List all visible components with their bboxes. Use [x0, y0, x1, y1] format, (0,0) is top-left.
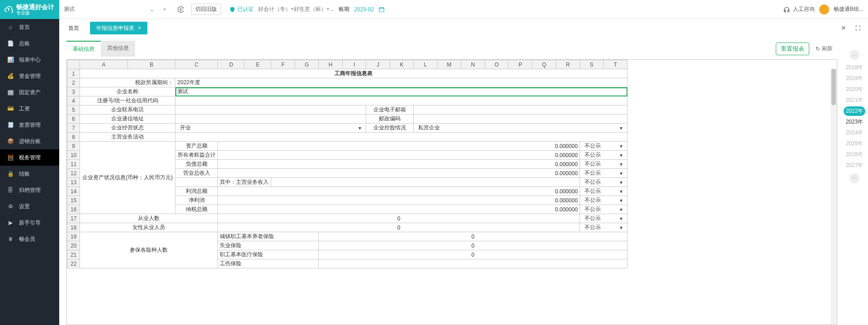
- year-2019年[interactable]: 2019年: [844, 74, 865, 83]
- spreadsheet[interactable]: ABCDEFGHIJKLMNOPQRST1工商年报信息表2税款所属期间：2022…: [66, 59, 837, 325]
- female-value[interactable]: 0: [218, 223, 580, 232]
- close-icon[interactable]: ×: [138, 25, 141, 31]
- col-header[interactable]: J: [366, 60, 390, 69]
- row-header[interactable]: 9: [67, 142, 80, 151]
- sidebar-item-8[interactable]: 🧮税务管理: [0, 149, 59, 166]
- year-down-button[interactable]: ﹀: [849, 173, 859, 183]
- status-select[interactable]: 开业▾: [175, 124, 366, 133]
- col-header[interactable]: M: [437, 60, 461, 69]
- tab-annual-report[interactable]: 年报信息申报表 ×: [90, 22, 147, 34]
- sidebar-item-2[interactable]: 📊报表中心: [0, 52, 59, 68]
- year-2022年[interactable]: 2022年: [844, 106, 865, 116]
- dropdown[interactable]: 不公示▾: [582, 178, 625, 186]
- dropdown[interactable]: 不公示▾: [582, 142, 625, 150]
- col-header[interactable]: H: [319, 60, 343, 69]
- dropdown[interactable]: 不公示▾: [582, 151, 625, 159]
- subtab-basic[interactable]: 基础信息: [66, 41, 101, 57]
- sidebar-item-1[interactable]: 📄总账: [0, 35, 59, 52]
- phone-input[interactable]: [175, 105, 366, 115]
- row-header[interactable]: 4: [67, 96, 80, 105]
- row-header[interactable]: 3: [67, 87, 80, 96]
- row-header[interactable]: 11: [67, 160, 80, 169]
- ins-value[interactable]: 0: [319, 241, 627, 250]
- ins-value[interactable]: 0: [319, 232, 627, 241]
- reset-button[interactable]: 重置报表: [776, 43, 809, 55]
- sidebar-item-10[interactable]: 🗄归档管理: [0, 182, 59, 198]
- dropdown[interactable]: 不公示▾: [582, 169, 625, 177]
- regno-input[interactable]: [175, 96, 627, 105]
- row-header[interactable]: 13: [67, 178, 80, 187]
- row-header[interactable]: 21: [67, 250, 80, 259]
- dropdown[interactable]: 不公示▾: [582, 187, 625, 195]
- company-input[interactable]: 测试: [175, 87, 627, 96]
- dropdown[interactable]: 不公示▾: [582, 196, 625, 204]
- ins-value[interactable]: 0: [319, 250, 627, 259]
- col-header[interactable]: O: [485, 60, 509, 69]
- period-value[interactable]: 2022年度: [175, 78, 627, 87]
- sidebar-item-4[interactable]: 🏢固定资产: [0, 84, 59, 100]
- row-header[interactable]: 15: [67, 196, 80, 205]
- year-2023年[interactable]: 2023年: [844, 117, 865, 127]
- row-header[interactable]: 10: [67, 151, 80, 160]
- metric-value[interactable]: 0.000000: [218, 196, 580, 205]
- row-header[interactable]: 18: [67, 223, 80, 232]
- customer-service[interactable]: 人工咨询: [783, 5, 815, 13]
- sidebar-item-9[interactable]: 🔒结账: [0, 166, 59, 182]
- ins-value[interactable]: [319, 259, 627, 268]
- close-all-button[interactable]: ×: [838, 23, 849, 33]
- col-header[interactable]: Q: [532, 60, 556, 69]
- username[interactable]: 畅捷通B组...: [834, 5, 863, 13]
- sidebar-item-3[interactable]: 💰资金管理: [0, 68, 59, 84]
- metric-value[interactable]: 0.000000: [218, 160, 580, 169]
- brand-logo[interactable]: 畅捷通好会计 专业版: [0, 0, 59, 19]
- disclosure-select[interactable]: 不公示▾: [580, 223, 627, 232]
- col-header[interactable]: D: [218, 60, 245, 69]
- year-2026年[interactable]: 2026年: [844, 150, 865, 159]
- disclosure-select[interactable]: 不公示▾: [580, 205, 627, 214]
- col-header[interactable]: F: [271, 60, 295, 69]
- refresh-button[interactable]: ↻ 刷新: [816, 45, 833, 53]
- row-header[interactable]: 1: [67, 69, 80, 78]
- zip-input[interactable]: [414, 115, 627, 124]
- sidebar-item-5[interactable]: 💳工资: [0, 100, 59, 117]
- switch-old-button[interactable]: 切回旧版: [191, 4, 221, 15]
- dropdown[interactable]: 不公示▾: [582, 206, 625, 213]
- row-header[interactable]: 16: [67, 205, 80, 214]
- dropdown[interactable]: 不公示▾: [582, 224, 625, 231]
- sidebar-item-0[interactable]: ⌂首页: [0, 19, 59, 35]
- disclosure-select[interactable]: 不公示▾: [580, 169, 627, 178]
- col-header[interactable]: T: [604, 60, 627, 69]
- avatar[interactable]: [819, 5, 829, 14]
- col-header[interactable]: S: [580, 60, 604, 69]
- year-2024年[interactable]: 2024年: [844, 128, 865, 138]
- period-value[interactable]: 2023-02: [354, 6, 374, 13]
- col-header[interactable]: L: [414, 60, 438, 69]
- col-header[interactable]: R: [556, 60, 580, 69]
- sidebar-item-13[interactable]: ♛畅会员: [0, 231, 59, 247]
- scrollbar-vertical[interactable]: [830, 69, 837, 325]
- year-2021年[interactable]: 2021年: [844, 96, 865, 105]
- sidebar-item-6[interactable]: 🧾发票管理: [0, 117, 59, 133]
- col-header[interactable]: N: [461, 60, 485, 69]
- calendar-icon[interactable]: [378, 6, 385, 13]
- scrollbar-thumb[interactable]: [831, 69, 836, 105]
- col-header[interactable]: K: [390, 60, 414, 69]
- company-selector[interactable]: 测试 ⌄: [64, 3, 154, 16]
- col-header[interactable]: B: [127, 60, 175, 69]
- row-header[interactable]: 17: [67, 214, 80, 223]
- dropdown[interactable]: 不公示▾: [582, 160, 625, 168]
- fullscreen-icon[interactable]: [853, 23, 863, 33]
- col-header[interactable]: P: [509, 60, 533, 69]
- disclosure-select[interactable]: 不公示▾: [580, 151, 627, 160]
- metric-value[interactable]: 0.000000: [218, 169, 580, 178]
- row-header[interactable]: 22: [67, 259, 80, 268]
- holding-select[interactable]: 私营企业▾: [414, 124, 627, 133]
- tab-home[interactable]: 首页: [64, 24, 84, 32]
- col-header[interactable]: A: [80, 60, 128, 69]
- dropdown[interactable]: 开业▾: [177, 124, 364, 132]
- col-header[interactable]: C: [175, 60, 218, 69]
- row-header[interactable]: 8: [67, 133, 80, 142]
- year-2025年[interactable]: 2025年: [844, 139, 865, 148]
- disclosure-select[interactable]: 不公示▾: [580, 196, 627, 205]
- add-button[interactable]: ＋: [159, 4, 170, 15]
